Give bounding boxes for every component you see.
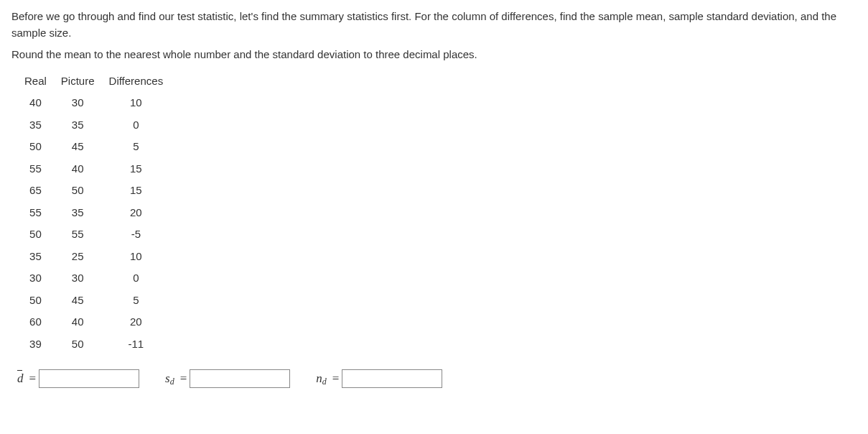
table-cell: 50 [54, 180, 102, 202]
table-row: 35350 [17, 114, 170, 137]
answer-group-dbar: d = [17, 369, 139, 388]
table-cell: 20 [102, 202, 171, 224]
table-cell: 50 [17, 136, 54, 158]
table-cell: -5 [102, 223, 171, 246]
instruction-paragraph-2: Round the mean to the nearest whole numb… [11, 47, 857, 63]
instructions-block: Before we go through and find our test s… [11, 9, 857, 63]
sd-equals: = [180, 369, 187, 388]
table-cell: 30 [17, 267, 54, 290]
table-row: 403010 [17, 92, 170, 114]
table-cell: 15 [102, 158, 171, 180]
table-cell: 40 [17, 92, 54, 114]
table-cell: 40 [54, 158, 102, 180]
table-cell: 10 [102, 92, 171, 114]
table-cell: 20 [102, 311, 171, 333]
dbar-equals: = [29, 369, 37, 388]
sd-input[interactable] [190, 369, 290, 388]
table-cell: 5 [102, 136, 171, 158]
instruction-paragraph-1: Before we go through and find our test s… [11, 9, 857, 41]
table-cell: 50 [54, 333, 102, 356]
table-cell: 45 [54, 290, 102, 312]
data-table: Real Picture Differences 403010353505045… [17, 70, 170, 356]
header-differences: Differences [102, 70, 171, 93]
dbar-input[interactable] [39, 369, 139, 388]
table-cell: 55 [17, 158, 54, 180]
table-cell: 65 [17, 180, 54, 202]
table-row: 3950-11 [17, 333, 170, 356]
table-cell: 35 [54, 114, 102, 137]
sd-label: sd [165, 369, 174, 388]
table-row: 352510 [17, 246, 170, 268]
table-cell: 35 [54, 202, 102, 224]
table-header-row: Real Picture Differences [17, 70, 170, 93]
table-cell: 35 [17, 114, 54, 137]
dbar-label: d [17, 369, 24, 388]
table-row: 5055-5 [17, 223, 170, 246]
table-row: 655015 [17, 180, 170, 202]
answer-row: d = sd = nd = [17, 369, 857, 388]
table-row: 554015 [17, 158, 170, 180]
answer-group-nd: nd = [316, 369, 442, 388]
table-cell: 10 [102, 246, 171, 268]
table-cell: 39 [17, 333, 54, 356]
nd-equals: = [332, 369, 340, 388]
answer-group-sd: sd = [165, 369, 290, 388]
table-row: 50455 [17, 290, 170, 312]
table-cell: 25 [54, 246, 102, 268]
table-cell: 15 [102, 180, 171, 202]
header-picture: Picture [54, 70, 102, 93]
table-cell: 60 [17, 311, 54, 333]
table-row: 604020 [17, 311, 170, 333]
table-cell: 30 [54, 92, 102, 114]
table-cell: 55 [54, 223, 102, 246]
header-real: Real [17, 70, 54, 93]
table-cell: 50 [17, 223, 54, 246]
table-cell: -11 [102, 333, 171, 356]
table-cell: 30 [54, 267, 102, 290]
nd-input[interactable] [342, 369, 442, 388]
table-row: 553520 [17, 202, 170, 224]
table-cell: 5 [102, 290, 171, 312]
table-cell: 45 [54, 136, 102, 158]
table-cell: 50 [17, 290, 54, 312]
table-cell: 0 [102, 114, 171, 137]
table-cell: 40 [54, 311, 102, 333]
nd-label: nd [316, 369, 327, 388]
table-cell: 35 [17, 246, 54, 268]
table-cell: 0 [102, 267, 171, 290]
table-row: 50455 [17, 136, 170, 158]
table-row: 30300 [17, 267, 170, 290]
table-cell: 55 [17, 202, 54, 224]
